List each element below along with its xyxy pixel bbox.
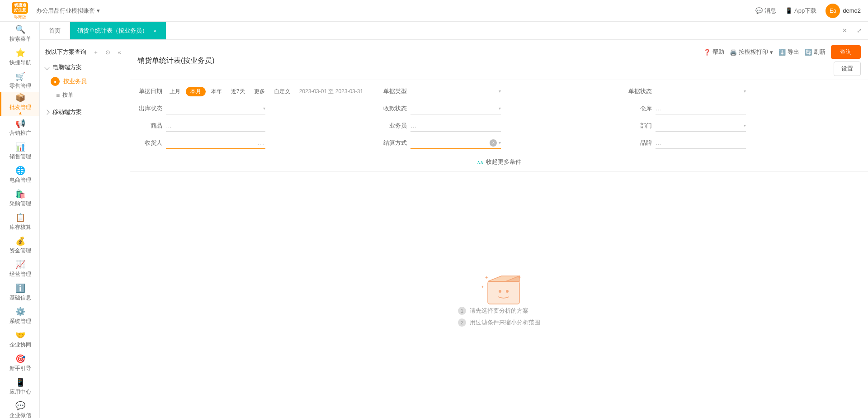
- out-status-control: ▾: [166, 103, 371, 114]
- receipt-status-label: 收款状态: [382, 104, 407, 113]
- user-profile[interactable]: Ea demo2: [826, 4, 861, 18]
- sidebar-item-quicknav[interactable]: ⭐ 快捷导航: [0, 45, 39, 69]
- avatar: Ea: [826, 4, 840, 18]
- goods-select[interactable]: …: [166, 120, 265, 132]
- doc-status-arrow: ▾: [744, 89, 746, 94]
- doc-status-select[interactable]: ▾: [656, 86, 746, 97]
- plan-subitem-by-doc[interactable]: ≡ 按单: [40, 89, 130, 102]
- workspace-title: 办公用品行业模拟账套: [36, 7, 95, 15]
- sidebar-item-retail[interactable]: 🛒 零售管理: [0, 69, 39, 92]
- settlement-arrow: ▾: [499, 140, 501, 145]
- active-tab-label: 销货单统计表（按业务员）: [77, 27, 148, 35]
- sidebar-item-appcenter[interactable]: 📱 应用中心: [0, 375, 39, 398]
- user-name: demo2: [843, 7, 861, 14]
- sidebar-item-purchase[interactable]: 🛍️ 采购管理: [0, 186, 39, 210]
- sidebar-item-ecommerce[interactable]: 🌐 电商管理: [0, 163, 39, 186]
- sidebar-item-basic[interactable]: ℹ️ 基础信息: [0, 280, 39, 304]
- sidebar-item-system[interactable]: ⚙️ 系统管理: [0, 304, 39, 328]
- refresh-label: 刷新: [814, 48, 826, 56]
- date-label: 单据日期: [137, 87, 162, 95]
- settings-button[interactable]: 设置: [834, 62, 861, 76]
- tab-home[interactable]: 首页: [40, 22, 70, 39]
- sidebar-item-sales[interactable]: 📊 销售管理: [0, 139, 39, 163]
- date-tab-7days[interactable]: 近7天: [227, 87, 249, 96]
- warehouse-select[interactable]: …: [656, 103, 746, 114]
- sidebar-item-inventory[interactable]: 📋 库存核算: [0, 210, 39, 233]
- out-status-select[interactable]: ▾: [166, 103, 265, 114]
- sidebar-item-newbie[interactable]: 🎯 新手引导: [0, 351, 39, 375]
- sidebar-item-search[interactable]: 🔍 搜索菜单: [0, 22, 39, 45]
- settlement-control: × ▾: [410, 137, 616, 149]
- sidebar-item-finance[interactable]: 💰 资金管理: [0, 233, 39, 257]
- add-plan-button[interactable]: +: [91, 47, 101, 57]
- message-action[interactable]: 💬 消息: [755, 7, 776, 15]
- collapse-icon: ✕: [842, 27, 847, 34]
- workspace-dropdown[interactable]: 办公用品行业模拟账套 ▾: [36, 7, 100, 15]
- settlement-select[interactable]: × ▾: [410, 137, 501, 149]
- query-button[interactable]: 查询: [831, 45, 861, 59]
- desktop-plan-section: 电脑端方案 ● 按业务员 ≡ 按单: [40, 61, 130, 105]
- tab-expand-button[interactable]: ⤢: [854, 25, 864, 36]
- date-tab-this-year[interactable]: 本年: [208, 87, 226, 96]
- top-bar-left: 畅捷通好生意 标账版 办公用品行业模拟账套 ▾: [7, 2, 100, 20]
- inventory-icon: 📋: [15, 213, 25, 223]
- receipt-status-select[interactable]: ▾: [410, 103, 501, 114]
- sidebar-item-marketing[interactable]: 📢 营销推广: [0, 116, 39, 139]
- sidebar-item-label: 经营管理: [9, 271, 31, 277]
- app-download-action[interactable]: 📱 App下载: [785, 7, 816, 15]
- logo-text: 畅捷通好生意: [14, 3, 26, 13]
- mobile-plan-header[interactable]: 移动端方案: [40, 105, 130, 119]
- consignee-dots[interactable]: …: [257, 139, 265, 147]
- plan-item-salesperson[interactable]: ● 按业务员: [40, 74, 130, 89]
- sidebar-item-wholesale[interactable]: 📦 批发管理 ▲: [0, 92, 39, 116]
- brand-select[interactable]: …: [656, 137, 746, 149]
- collapse-conditions-button[interactable]: ∧∧ 收起更多条件: [137, 154, 861, 166]
- print-label: 按模板打印: [739, 48, 768, 56]
- help-icon: ❓: [703, 49, 711, 56]
- export-action[interactable]: ⬇️ 导出: [778, 48, 799, 56]
- sidebar-item-cooperation[interactable]: 🤝 企业协同: [0, 328, 39, 351]
- workspace-arrow: ▾: [97, 7, 100, 14]
- avatar-text: Ea: [830, 8, 836, 14]
- filter-receipt-status: 收款状态 ▾: [382, 103, 616, 114]
- date-tab-last-month[interactable]: 上月: [166, 87, 184, 96]
- filter-row-1: 单据日期 上月 本月 本年 近7天 更多: [137, 86, 861, 97]
- collapse-panel-button[interactable]: «: [114, 47, 124, 57]
- sidebar-item-weichat[interactable]: 💬 企业微信: [0, 398, 39, 418]
- print-action[interactable]: 🖨️ 按模板打印 ▾: [730, 48, 773, 56]
- desktop-plan-header[interactable]: 电脑端方案: [40, 61, 130, 74]
- department-select[interactable]: ▾: [656, 120, 746, 132]
- sidebar-item-label: 电商管理: [9, 177, 31, 183]
- consignee-select[interactable]: …: [166, 137, 265, 149]
- refresh-action[interactable]: 🔄 刷新: [805, 48, 826, 56]
- goods-placeholder: …: [166, 122, 265, 129]
- tab-active[interactable]: 销货单统计表（按业务员） ×: [70, 22, 166, 39]
- ecommerce-icon: 🌐: [15, 166, 25, 176]
- message-icon: 💬: [755, 7, 763, 14]
- tab-collapse-button[interactable]: ✕: [839, 25, 850, 36]
- filter-goods: 商品 …: [137, 120, 371, 132]
- expand-icon: ⤢: [857, 27, 862, 34]
- date-tab-more[interactable]: 更多: [250, 87, 269, 96]
- empty-step-1: 1 请先选择要分析的方案: [458, 307, 540, 315]
- date-tabs: 上月 本月 本年 近7天 更多 自定义: [166, 87, 294, 96]
- help-action[interactable]: ❓ 帮助: [703, 48, 724, 56]
- date-tab-custom[interactable]: 自定义: [270, 87, 294, 96]
- department-label: 部门: [627, 122, 652, 130]
- sidebar-item-operations[interactable]: 📈 经营管理: [0, 257, 39, 280]
- app-download-label: App下载: [794, 7, 816, 15]
- settlement-clear-button[interactable]: ×: [490, 139, 497, 147]
- svg-point-2: [499, 290, 501, 293]
- warehouse-placeholder: …: [656, 105, 746, 112]
- salesperson-select[interactable]: …: [410, 120, 501, 132]
- date-tab-this-month[interactable]: 本月: [186, 87, 206, 96]
- search-icon: 🔍: [15, 24, 25, 34]
- sidebar: 🔍 搜索菜单 ⭐ 快捷导航 🛒 零售管理 📦 批发管理 ▲ 📢 营销推广 �: [0, 22, 40, 418]
- settings-plan-button[interactable]: ⊙: [103, 47, 113, 57]
- brand-label: 品牌: [627, 139, 652, 147]
- filter-doc-status: 单据状态 ▾: [627, 86, 861, 97]
- goods-control: …: [166, 120, 371, 132]
- sidebar-item-label: 销售管理: [9, 153, 31, 160]
- tab-close-button[interactable]: ×: [151, 27, 159, 34]
- doc-type-select[interactable]: ▾: [410, 86, 501, 97]
